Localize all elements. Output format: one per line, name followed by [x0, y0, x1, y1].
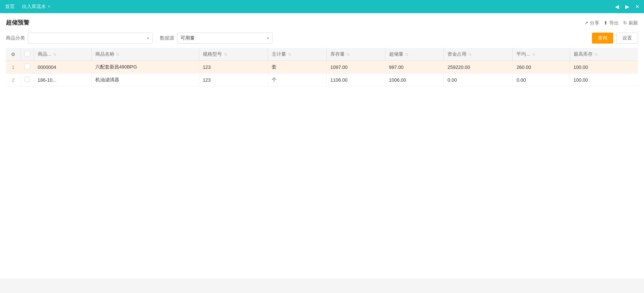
sort-product-code-icon: ⇅: [53, 52, 56, 56]
filter-row: 商品分类 ▾ 数据源 可用量 ▾ 查询 设置: [6, 33, 638, 44]
capital: 259220.00: [444, 61, 513, 74]
tab-5[interactable]: 出入库流水×: [18, 0, 78, 13]
row-checkbox-cell[interactable]: [21, 74, 34, 86]
settings-button[interactable]: 设置: [616, 33, 638, 44]
export-action[interactable]: ⬆ 导出: [604, 20, 619, 26]
category-filter: 商品分类 ▾: [6, 33, 153, 44]
category-label: 商品分类: [6, 35, 25, 41]
tab-close-icon[interactable]: ×: [48, 4, 50, 9]
gear-icon: ⚙: [11, 52, 15, 57]
spec: 123: [199, 61, 268, 74]
sort-product-name-icon: ⇅: [116, 52, 119, 56]
product-code: 186-10...: [34, 74, 91, 86]
teal-tab-bar: 首页 拣货任务管理×拣货异常处理×现存量（库存状况表）×现存量（库存分布表）×库…: [0, 0, 644, 13]
page-header: 超储预警 ↗ 分享 ⬆ 导出 ↻ 刷新: [6, 19, 638, 27]
over-stock: 1006.00: [385, 74, 444, 86]
max-stock: 100.00: [570, 74, 638, 86]
stock: 1097.00: [326, 61, 385, 74]
unit: 个: [268, 74, 326, 86]
main-content: 超储预警 ↗ 分享 ⬆ 导出 ↻ 刷新 商品分类 ▾ 数据源: [0, 13, 644, 278]
tab-nav-close-all[interactable]: ✕: [632, 0, 643, 13]
col-max-stock[interactable]: 最高库存 ⇅: [570, 48, 638, 61]
row-checkbox[interactable]: [25, 77, 30, 82]
col-unit[interactable]: 主计量 ⇅: [268, 48, 326, 61]
datasource-select[interactable]: 可用量 ▾: [177, 33, 272, 44]
data-table: ⚙ 商品... ⇅ 商品名称 ⇅ 规格型号 ⇅ 主计量: [6, 48, 638, 86]
product-name: 六配套新昌490BPG: [91, 61, 199, 74]
row-index: 2: [6, 74, 21, 86]
unit: 套: [268, 61, 326, 74]
col-product-code[interactable]: 商品... ⇅: [34, 48, 91, 61]
export-icon: ⬆: [604, 20, 608, 26]
refresh-action[interactable]: ↻ 刷新: [623, 20, 638, 26]
category-arrow-down-icon: ▾: [147, 36, 149, 41]
col-over-stock[interactable]: 超储量 ⇅: [385, 48, 444, 61]
col-checkbox-header[interactable]: [21, 48, 34, 61]
sort-capital-icon: ⇅: [469, 52, 472, 56]
sort-unit-icon: ⇅: [288, 52, 291, 56]
col-avg[interactable]: 平均... ⇅: [513, 48, 570, 61]
capital: 0.00: [444, 74, 513, 86]
product-name: 机油滤清器: [91, 74, 199, 86]
filter-actions: 查询 设置: [592, 33, 638, 44]
row-checkbox[interactable]: [25, 64, 30, 69]
datasource-filter: 数据源 可用量 ▾: [160, 33, 272, 44]
tab-nav-arrows: ◀ ▶ ✕: [612, 0, 643, 13]
table-row: 1 0000004 六配套新昌490BPG 123 套 1097.00 997.…: [6, 61, 638, 74]
category-select[interactable]: ▾: [28, 33, 153, 44]
sort-over-stock-icon: ⇅: [405, 52, 408, 56]
table-row: 2 186-10... 机油滤清器 123 个 1106.00 1006.00 …: [6, 74, 638, 86]
tab-nav-right[interactable]: ▶: [622, 0, 632, 13]
sort-stock-icon: ⇅: [347, 52, 350, 56]
row-checkbox-cell[interactable]: [21, 61, 34, 74]
share-action[interactable]: ↗ 分享: [584, 20, 599, 26]
refresh-icon: ↻: [623, 20, 627, 26]
product-code: 0000004: [34, 61, 91, 74]
table-header-row: ⚙ 商品... ⇅ 商品名称 ⇅ 规格型号 ⇅ 主计量: [6, 48, 638, 61]
select-all-checkbox[interactable]: [25, 51, 30, 56]
max-stock: 100.00: [570, 61, 638, 74]
tab-nav-left[interactable]: ◀: [612, 0, 622, 13]
tab-label: 出入库流水: [22, 3, 46, 10]
col-spec[interactable]: 规格型号 ⇅: [199, 48, 268, 61]
spec: 123: [199, 74, 268, 86]
header-actions: ↗ 分享 ⬆ 导出 ↻ 刷新: [584, 20, 638, 26]
avg: 0.00: [513, 74, 570, 86]
query-button[interactable]: 查询: [592, 33, 613, 44]
stock: 1106.00: [326, 74, 385, 86]
page-title: 超储预警: [6, 19, 29, 27]
share-icon: ↗: [584, 20, 588, 26]
sort-avg-icon: ⇅: [532, 52, 535, 56]
col-gear[interactable]: ⚙: [6, 48, 21, 61]
row-index: 1: [6, 61, 21, 74]
col-product-name[interactable]: 商品名称 ⇅: [91, 48, 199, 61]
col-stock[interactable]: 库存量 ⇅: [326, 48, 385, 61]
col-capital[interactable]: 资金占用 ⇅: [444, 48, 513, 61]
datasource-value: 可用量: [180, 35, 195, 41]
sort-max-stock-icon: ⇅: [594, 52, 597, 56]
over-stock: 997.00: [385, 61, 444, 74]
sort-spec-icon: ⇅: [224, 52, 227, 56]
avg: 260.00: [513, 61, 570, 74]
datasource-label: 数据源: [160, 35, 174, 41]
datasource-arrow-down-icon: ▾: [267, 36, 269, 41]
tab-home[interactable]: 首页: [1, 0, 18, 13]
